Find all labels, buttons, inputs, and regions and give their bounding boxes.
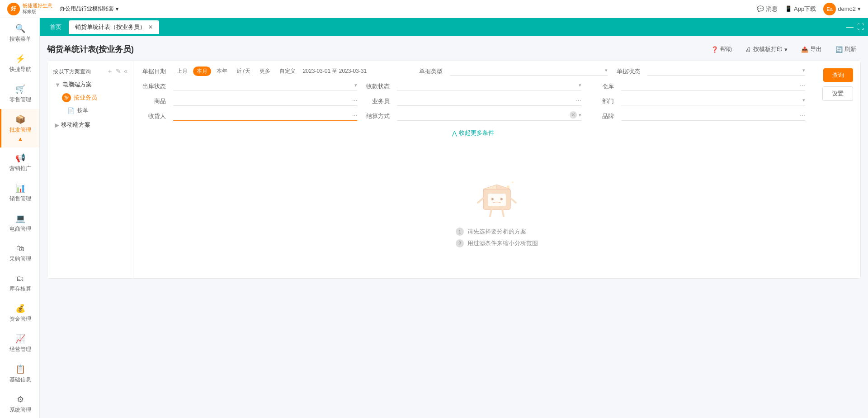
main-container: 按以下方案查询 ＋ ✎ « ▼ 电脑端方案 [47,61,861,279]
more-btn[interactable]: 更多 [256,66,274,76]
step-2-num: 2 [456,239,464,247]
tab-close-icon[interactable]: ✕ [148,24,153,30]
sidebar-label-ecommerce: 电商管理 [9,225,31,233]
sidebar-item-system[interactable]: ⚙ 系统管理 [0,389,39,418]
warehouse-dots-icon: ··· [800,81,805,89]
collapse-panel-icon[interactable]: « [124,67,127,76]
doc-type-field[interactable]: ▾ [450,67,608,76]
sidebar-item-purchase[interactable]: 🛍 采购管理 [0,238,39,268]
query-button[interactable]: 查询 [823,68,853,82]
sidebar-item-shortcuts[interactable]: ⚡ 快捷导航 [0,48,39,79]
step-1-text: 请先选择要分析的方案 [467,228,526,236]
tab-home-label: 首页 [50,23,61,31]
messages-button[interactable]: 💬 消息 [757,5,778,13]
tab-minimize-icon[interactable]: — [846,23,854,31]
collection-status-field[interactable]: ▾ [397,82,581,90]
tab-sales-stat[interactable]: 销货单统计表（按业务员） ✕ [69,20,159,34]
doc-status-field[interactable]: ▾ [647,67,805,76]
empty-state: 1 请先选择要分析的方案 2 用过滤条件来缩小分析范围 [133,146,860,278]
this-month-btn[interactable]: 本月 [193,66,211,76]
collapse-button[interactable]: ⋀ 收起更多条件 [449,126,497,140]
download-icon: 📱 [785,5,792,12]
svg-rect-1 [488,194,506,206]
export-button[interactable]: 📤 导出 [797,43,826,55]
collection-status-label: 收款状态 [364,82,390,90]
sidebar-item-ecommerce[interactable]: 💻 电商管理 [0,208,39,238]
svg-line-8 [490,209,491,216]
sidebar-item-retail[interactable]: 🛒 零售管理 [0,79,39,109]
logo-icon: 好 [7,3,20,15]
svg-line-6 [478,198,483,203]
user-avatar-area[interactable]: Ea demo2 ▾ [823,3,861,15]
salesperson-field[interactable]: ··· [397,96,581,106]
empty-steps: 1 请先选择要分析的方案 2 用过滤条件来缩小分析范围 [456,228,538,251]
sidebar-item-search[interactable]: 🔍 搜索菜单 [0,18,39,48]
out-status-field[interactable]: ▾ [173,82,357,90]
goods-field[interactable]: ··· [173,96,357,106]
sidebar-item-finance[interactable]: 💰 资金管理 [0,298,39,328]
left-panel-actions: ＋ ✎ « [107,67,127,76]
tab-bar-right: — ⛶ [846,23,864,31]
scheme-sub-item-by-order[interactable]: 📄 按单 [51,104,133,117]
empty-illustration [474,173,519,218]
scheme-group-mobile: ▶ 移动端方案 [51,119,133,131]
last7days-btn[interactable]: 近7天 [233,66,254,76]
sidebar-item-operations[interactable]: 📈 经营管理 [0,328,39,359]
date-filter-group: 上月 本月 本年 近7天 更多 自定义 2023-03-01 至 2023-03… [173,66,410,76]
date-label: 单据日期 [141,67,166,76]
sidebar-item-basics[interactable]: 📋 基础信息 [0,359,39,389]
svg-point-10 [507,185,509,188]
sidebar-item-marketing[interactable]: 📢 营销推广 [0,147,39,178]
collapse-label: 收起更多条件 [459,129,494,137]
ecommerce-icon: 💻 [15,214,25,223]
recipient-field[interactable]: ··· [173,111,357,121]
marketing-icon: 📢 [15,153,25,163]
app-download-button[interactable]: 📱 App下载 [785,5,816,13]
warehouse-field[interactable]: ··· [621,81,805,91]
help-icon: ❓ [711,46,718,53]
edit-scheme-icon[interactable]: ✎ [116,67,121,76]
last-month-btn[interactable]: 上月 [173,66,191,76]
left-panel: 按以下方案查询 ＋ ✎ « ▼ 电脑端方案 [47,61,133,278]
settlement-clear-icon[interactable]: ✕ [570,111,577,119]
app-selector[interactable]: 办公用品行业模拟账套 ▾ [56,5,122,13]
logo-subtitle: 标账版 [23,9,52,15]
scheme-item-by-salesperson[interactable]: 按 按业务员 [51,91,133,104]
brand-label: 品牌 [589,112,614,120]
scheme-group-mobile-header[interactable]: ▶ 移动端方案 [51,119,133,131]
doc-status-label: 单据状态 [615,67,640,76]
refresh-button[interactable]: 🔄 刷新 [831,43,861,55]
department-field[interactable]: ▾ [621,97,805,105]
settlement-field[interactable]: ✕ ▾ [397,111,581,121]
retail-icon: 🛒 [15,84,25,94]
operations-icon: 📈 [15,334,25,344]
sidebar-item-sales[interactable]: 📊 销售管理 [0,178,39,208]
recipient-input[interactable] [173,112,350,119]
avatar: Ea [823,3,836,15]
sidebar-item-inventory[interactable]: 🗂 库存核算 [0,268,39,298]
collection-status-arrow-icon: ▾ [579,82,581,88]
sidebar-item-wholesale[interactable]: 📦 批发管理 ▲ [0,109,39,147]
search-icon: 🔍 [15,24,25,33]
warehouse-label: 仓库 [589,82,614,90]
settings-button[interactable]: 设置 [822,86,853,101]
department-label: 部门 [589,97,614,105]
date-quick: 上月 本月 本年 近7天 更多 自定义 [173,66,299,76]
filter-row-4: 收货人 ··· 结算方式 ✕ ▾ [141,111,805,121]
add-scheme-icon[interactable]: ＋ [107,67,113,76]
this-year-btn[interactable]: 本年 [213,66,231,76]
help-button[interactable]: ❓ 帮助 [707,43,736,55]
app-download-label: App下载 [794,5,816,13]
purchase-icon: 🛍 [16,244,24,253]
page-header: 销货单统计表(按业务员) ❓ 帮助 🖨 按模板打印 ▾ 📤 导出 [47,43,861,55]
brand-field[interactable]: ··· [621,111,805,121]
scheme-group-pc-header[interactable]: ▼ 电脑端方案 [51,78,133,91]
logo-text: 畅捷通好生意 [23,3,52,9]
tab-home[interactable]: 首页 [43,20,68,34]
print-button[interactable]: 🖨 按模板打印 ▾ [741,43,792,55]
filter-row-1: 单据日期 上月 本月 本年 近7天 更多 自定义 [141,66,805,76]
custom-btn[interactable]: 自定义 [276,66,299,76]
query-panel: 单据日期 上月 本月 本年 近7天 更多 自定义 [133,61,860,145]
settlement-label: 结算方式 [364,112,390,120]
tab-expand-icon[interactable]: ⛶ [857,23,864,31]
